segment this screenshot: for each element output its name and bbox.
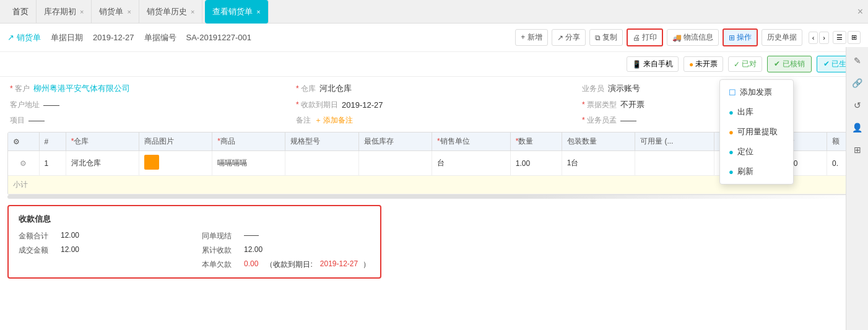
next-arrow[interactable]: › [819, 32, 829, 44]
operations-button[interactable]: ⊞ 操作 [723, 28, 758, 46]
from-phone-button[interactable]: 📱 来自手机 [627, 56, 679, 72]
tab-sales-history-close[interactable]: × [191, 8, 194, 15]
refresh-icon: ● [729, 167, 734, 176]
payment-due-label: 收款到期日 [296, 100, 338, 110]
row-product: 嗝嗝嗝嗝 [212, 151, 285, 176]
plus-icon: ＋ [315, 115, 322, 126]
total-amount-row: 金额合计 12.00 [19, 231, 187, 241]
dropdown-locate[interactable]: ● 定位 [720, 142, 793, 162]
truck-icon: 🚚 [672, 33, 682, 42]
view-toggle: ☰ ⊞ [833, 31, 861, 44]
doc-meta: 单据日期 2019-12-27 单据编号 SA-20191227-001 [51, 32, 251, 43]
tab-check-sales-close[interactable]: × [256, 8, 260, 15]
tab-bar-close-button[interactable]: × [857, 6, 863, 17]
doc-date-label: 单据日期 [51, 32, 83, 43]
col-pack-qty: 包装数量 [562, 132, 635, 151]
col-product: *商品 [212, 132, 285, 151]
check-circle-icon: ✔ [774, 59, 780, 68]
row-gear[interactable]: ⚙ [8, 151, 39, 176]
share-button[interactable]: ↗ 分享 [552, 29, 586, 46]
dropdown-available-qty[interactable]: ● 可用量提取 [720, 122, 793, 142]
voided-status[interactable]: ✔ 已核销 [767, 56, 811, 72]
customer-value[interactable]: 柳州粤港平安气体有限公司 [33, 83, 130, 94]
col-product-img: 商品图片 [139, 132, 212, 151]
payment-title: 收款信息 [19, 214, 370, 225]
current-due-suffix: （收款到期日: [266, 259, 312, 270]
grid-view-button[interactable]: ⊞ [848, 31, 861, 44]
doc-header: ↗ 销货单 单据日期 2019-12-27 单据编号 SA-20191227-0… [0, 24, 868, 52]
check-icon: ✓ [734, 60, 740, 69]
col-spec: 规格型号 [285, 132, 358, 151]
logistics-button[interactable]: 🚚 物流信息 [667, 29, 719, 46]
row-warehouse: 河北仓库 [66, 151, 139, 176]
main-content: ↗ 销货单 单据日期 2019-12-27 单据编号 SA-20191227-0… [0, 24, 868, 330]
ticket-type-value: 不开票 [620, 99, 644, 110]
checked-button[interactable]: ✓ 已对 [728, 56, 762, 72]
print-icon: 🖨 [633, 33, 640, 42]
sales-order-icon: ↗ [7, 33, 14, 42]
transaction-amount-row: 成交金额 12.00 [19, 245, 187, 256]
nav-arrows: ‹ › [809, 32, 829, 44]
phone-icon: 📱 [632, 60, 641, 69]
check-circle-teal-icon: ✔ [823, 59, 830, 68]
col-gear: ⚙ [8, 132, 39, 151]
locate-icon: ● [729, 147, 734, 157]
note-field: 备注 ＋ 添加备注 [296, 115, 572, 126]
payment-col-right: 同单现结 —— 累计收款 12.00 本单欠款 0.00 （收款到期日: 201… [202, 231, 370, 270]
warehouse-field: 仓库 河北仓库 [296, 83, 572, 94]
sidebar-table-icon[interactable]: ⊞ [849, 141, 866, 158]
cumulative-row: 累计收款 12.00 [202, 245, 370, 256]
tab-inventory-init[interactable]: 库存期初 × [37, 0, 92, 24]
prev-arrow[interactable]: ‹ [809, 32, 818, 44]
col-available: 可用量 (... [635, 132, 714, 151]
row-min-stock [358, 151, 432, 176]
staff-value: 演示账号 [608, 83, 640, 94]
dropdown-outbound[interactable]: ● 出库 [720, 102, 793, 122]
dropdown-add-invoice[interactable]: ☐ 添加发票 [720, 82, 793, 102]
current-due-label: 本单欠款 [202, 259, 239, 270]
tab-bar: 首页 库存期初 × 销货单 × 销货单历史 × 查看销货单 × × [0, 0, 868, 24]
total-amount-label: 金额合计 [19, 231, 56, 241]
tab-check-sales[interactable]: 查看销货单 × [205, 0, 268, 24]
tab-sales-order-close[interactable]: × [127, 8, 131, 15]
customer-field: 客户 柳州粤港平安气体有限公司 [10, 83, 286, 94]
tab-sales-order[interactable]: 销货单 × [92, 0, 139, 24]
add-note-button[interactable]: ＋ 添加备注 [315, 115, 353, 126]
payment-grid: 金额合计 12.00 成交金额 12.00 同单现结 —— 累计收款 12.00 [19, 231, 370, 270]
dropdown-refresh[interactable]: ● 刷新 [720, 162, 793, 181]
product-image [144, 155, 159, 170]
copy-icon: ⧉ [595, 33, 601, 42]
operations-dropdown: ☐ 添加发票 ● 出库 ● 可用量提取 ● 定位 ● 刷新 [719, 79, 794, 185]
current-due-date: 2019-12-27 [320, 259, 358, 270]
salesperson-value: —— [620, 116, 636, 125]
sidebar-user-icon[interactable]: 👤 [849, 119, 866, 136]
same-order-value: —— [244, 231, 259, 241]
row-quantity: 1.00 [510, 151, 562, 176]
total-amount-value: 12.00 [61, 231, 79, 241]
sub-action-bar: 📱 来自手机 ● 未开票 ✓ 已对 ✔ 已核销 ✔ 已生效 [0, 52, 868, 77]
col-sales-unit: *销售单位 [432, 132, 510, 151]
ticket-type-label: 票据类型 [582, 100, 617, 110]
tab-inventory-init-close[interactable]: × [80, 8, 84, 15]
note-label: 备注 [296, 115, 311, 126]
list-view-button[interactable]: ☰ [833, 31, 846, 44]
sidebar-edit-icon[interactable]: ✎ [849, 52, 866, 69]
tab-home[interactable]: 首页 [5, 0, 37, 24]
sidebar-link-icon[interactable]: 🔗 [849, 74, 866, 92]
warehouse-label: 仓库 [296, 84, 316, 94]
doc-actions: + 新增 ↗ 分享 ⧉ 复制 🖨 打印 🚚 物流信息 ⊞ 操作 [515, 28, 861, 46]
print-button[interactable]: 🖨 打印 [627, 28, 663, 46]
sidebar-rotate-icon[interactable]: ↺ [849, 97, 866, 114]
doc-number-value: SA-20191227-001 [186, 33, 252, 42]
right-sidebar: ✎ 🔗 ↺ 👤 ⊞ ⤢ [846, 47, 868, 330]
copy-button[interactable]: ⧉ 复制 [589, 29, 623, 46]
not-opened-button[interactable]: ● 未开票 [684, 56, 723, 72]
doc-date-value: 2019-12-27 [93, 33, 134, 42]
new-button[interactable]: + 新增 [515, 29, 547, 46]
cumulative-value: 12.00 [244, 245, 263, 256]
cumulative-label: 累计收款 [202, 245, 239, 256]
transaction-amount-label: 成交金额 [19, 245, 56, 256]
col-warehouse: *仓库 [66, 132, 139, 151]
history-button[interactable]: 历史单据 [762, 29, 802, 46]
tab-sales-history[interactable]: 销货单历史 × [139, 0, 202, 24]
